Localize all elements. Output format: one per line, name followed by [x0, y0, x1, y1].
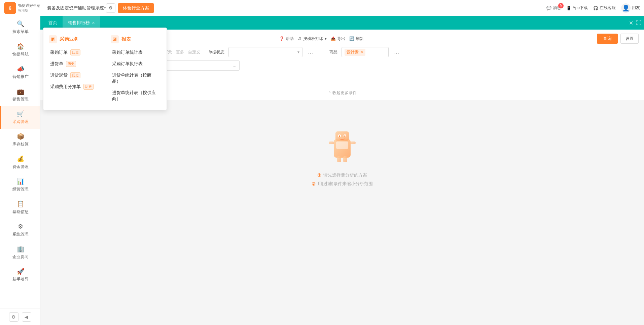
collapse-icon: ◀	[25, 314, 28, 320]
empty-robot-svg	[325, 127, 359, 164]
purchase-expense-label: 采购费用分摊单	[50, 84, 81, 90]
empty-hint-2: ② 用[过滤]条件来缩小分析范围	[312, 181, 372, 187]
tab-home-label: 首页	[48, 20, 57, 26]
print-chevron: ▾	[325, 36, 327, 41]
logo-area: 6 畅捷通好生意 标准版	[4, 2, 44, 14]
print-label: 按模板打印	[303, 36, 323, 42]
enterprise-icon: 🏢	[17, 245, 24, 253]
svg-point-6	[339, 135, 340, 137]
goods-input[interactable]: 设计素 ✕	[342, 47, 389, 57]
sidebar-item-marketing[interactable]: 📣 营销推广	[0, 61, 40, 84]
collapse-label: 收起更多条件	[332, 90, 357, 96]
logo-edition: 标准版	[18, 8, 40, 13]
dropdown-item-goods-in-by-supplier[interactable]: 进货单统计表（按供应商）	[111, 87, 162, 105]
sidebar-item-finance[interactable]: 💰 资金管理	[0, 151, 40, 174]
svg-rect-14	[51, 38, 54, 39]
print-btn[interactable]: 🖨 按模板打印 ▾	[298, 36, 327, 42]
date-more[interactable]: 更多	[176, 49, 184, 55]
sidebar-item-operations[interactable]: 📊 经营管理	[0, 174, 40, 196]
svg-text:6: 6	[9, 5, 11, 11]
message-btn[interactable]: 💬 消息 9	[546, 5, 561, 11]
svg-point-7	[344, 135, 346, 137]
refresh-btn[interactable]: 🔄 刷新	[349, 36, 364, 42]
refresh-icon: 🔄	[349, 36, 354, 41]
guide-icon: 🚀	[17, 268, 24, 275]
app-download-btn[interactable]: 📱 App下载	[566, 5, 588, 11]
tab-bar-right: ✕ ⛶	[629, 20, 641, 26]
sidebar-item-search[interactable]: 🔍 搜索菜单	[0, 16, 40, 39]
header-settings-btn[interactable]: ⚙	[106, 3, 115, 13]
search-icon: 🔍	[17, 20, 24, 28]
avatar: 👤	[621, 3, 631, 13]
sidebar-item-quick[interactable]: 🏠 快捷导航	[0, 39, 40, 61]
industry-btn[interactable]: 体验行业方案	[118, 3, 154, 13]
tab-expand-btn[interactable]: ⛶	[636, 20, 641, 26]
sidebar-item-enterprise[interactable]: 🏢 企业协同	[0, 241, 40, 264]
online-service-btn[interactable]: 🎧 在线客服	[593, 5, 616, 11]
sidebar-collapse-btn[interactable]: ◀	[22, 312, 31, 322]
dropdown-item-goods-in-by-product[interactable]: 进货单统计表（按商品）	[111, 70, 162, 87]
main-layout: 🔍 搜索菜单 🏠 快捷导航 📣 营销推广 💼 销售管理 🛒 采购管理 📦 库存核…	[0, 16, 644, 325]
purchase-order-history: 历史	[70, 49, 80, 55]
sidebar-label-finance: 资金管理	[12, 164, 29, 170]
salesperson-dots[interactable]: …	[232, 63, 237, 68]
sales-icon: 💼	[17, 88, 24, 95]
dropdown-item-purchase-order-stat[interactable]: 采购订单统计表	[111, 47, 162, 58]
dropdown-item-purchase-order-exec[interactable]: 采购订单执行表	[111, 58, 162, 70]
goods-dots[interactable]: …	[394, 49, 399, 55]
service-label: 在线客服	[600, 5, 616, 11]
svg-rect-16	[51, 40, 53, 41]
empty-hint-1: ① 请先选择要分析的方案	[317, 172, 367, 178]
dropdown-item-purchase-order[interactable]: 采购订单 历史	[49, 47, 100, 58]
date-custom[interactable]: 自定义	[188, 49, 200, 55]
help-icon: ❓	[279, 36, 284, 41]
marketing-icon: 📣	[17, 65, 24, 73]
dropdown-item-goods-in[interactable]: 进货单 历史	[49, 58, 100, 70]
purchase-dropdown-menu: 采购业务 采购订单 历史 进货单 历史 进货退货 历史	[43, 28, 167, 110]
goods-in-history: 历史	[66, 61, 76, 67]
svg-rect-8	[329, 141, 334, 144]
message-icon: 💬	[546, 6, 551, 10]
sys-name: 装备及固定资产辅助管理系统	[47, 5, 104, 11]
sidebar-item-purchase[interactable]: 🛒 采购管理	[0, 106, 40, 129]
home-icon: 🏠	[17, 43, 24, 50]
sidebar-label-operations: 经营管理	[12, 187, 29, 192]
query-btn[interactable]: 查询	[597, 34, 618, 44]
status-input[interactable]: ▾	[228, 47, 302, 57]
empty-icon-area	[325, 127, 359, 165]
goods-in-label: 进货单	[50, 61, 63, 67]
user-btn[interactable]: 👤 用友	[621, 3, 640, 13]
sidebar-item-basic[interactable]: 📋 基础信息	[0, 196, 40, 219]
dropdown-col-report: 报表 采购订单统计表 采购订单执行表 进货单统计表（按商品） 进货单统计表（按供…	[105, 33, 167, 105]
status-dots[interactable]: …	[308, 49, 313, 55]
sidebar-bottom: ⚙ ◀	[0, 309, 40, 325]
download-label: App下载	[573, 5, 588, 11]
header-right: 💬 消息 9 📱 App下载 🎧 在线客服 👤 用友	[546, 3, 640, 13]
status-chevron: ▾	[297, 50, 299, 54]
gear-icon: ⚙	[11, 314, 16, 320]
sidebar-label-basic: 基础信息	[12, 209, 29, 215]
salesperson-input[interactable]: …	[166, 60, 240, 71]
dropdown-item-goods-return[interactable]: 进货退货 历史	[49, 70, 100, 81]
chevron-up-icon: ⌃	[328, 91, 331, 95]
goods-tag-close[interactable]: ✕	[360, 50, 363, 54]
sidebar-item-inventory[interactable]: 📦 库存核算	[0, 129, 40, 151]
sidebar-settings-btn[interactable]: ⚙	[9, 312, 19, 322]
sidebar-item-guide[interactable]: 🚀 新手引导	[0, 264, 40, 286]
svg-rect-15	[51, 39, 53, 40]
svg-rect-11	[343, 156, 347, 162]
report-col-icon	[111, 35, 119, 43]
collapse-btn[interactable]: ⌃ 收起更多条件	[328, 90, 357, 96]
download-icon: 📱	[566, 6, 571, 10]
empty-state: ① 请先选择要分析的方案 ② 用[过滤]条件来缩小分析范围	[40, 100, 644, 214]
set-btn[interactable]: 设置	[620, 34, 639, 44]
help-btn[interactable]: ❓ 帮助	[279, 36, 294, 42]
dropdown-item-purchase-expense[interactable]: 采购费用分摊单 历史	[49, 81, 100, 92]
toolbar-right: ❓ 帮助 🖨 按模板打印 ▾ 📤 导出 🔄	[279, 36, 364, 42]
export-btn[interactable]: 📤 导出	[331, 36, 345, 42]
sidebar-label-quick: 快捷导航	[12, 51, 29, 57]
sidebar-item-system[interactable]: ⚙ 系统管理	[0, 219, 40, 241]
tab-close-btn[interactable]: ✕	[92, 21, 95, 25]
sidebar-item-sales[interactable]: 💼 销售管理	[0, 84, 40, 106]
tab-close-all-btn[interactable]: ✕	[629, 20, 633, 26]
